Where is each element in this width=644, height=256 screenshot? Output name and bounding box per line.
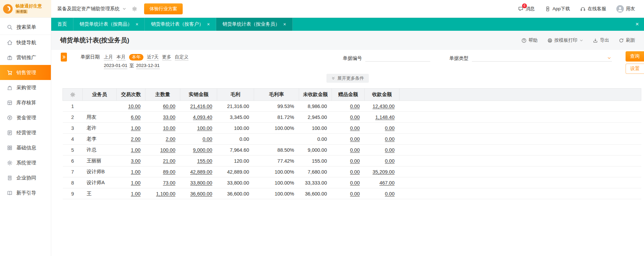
drilldown-link[interactable]: 0.00	[350, 158, 360, 164]
column-settings-icon[interactable]	[70, 92, 75, 97]
date-option-last-month[interactable]: 上月	[104, 54, 113, 60]
drilldown-link[interactable]: 0.00	[350, 147, 360, 153]
sidebar-item-quick-nav[interactable]: 快捷导航	[0, 35, 51, 50]
messages-button[interactable]: 6 消息	[518, 6, 535, 12]
date-option-this-year[interactable]: 本年	[129, 54, 143, 60]
drilldown-link[interactable]: 0.00	[350, 104, 360, 109]
drilldown-link[interactable]: 0.00	[350, 191, 360, 197]
drilldown-link[interactable]: 0.00	[385, 158, 394, 164]
sidebar-item-purchase[interactable]: 采购管理	[0, 80, 51, 95]
print-by-template-button[interactable]: 按模板打印	[547, 37, 584, 43]
drilldown-link[interactable]: 9,000.00	[193, 147, 212, 153]
drilldown-link[interactable]: 4,093.40	[193, 114, 212, 120]
drilldown-link[interactable]: 42,889.00	[190, 169, 212, 175]
drilldown-link[interactable]: 3.00	[131, 158, 140, 164]
logo[interactable]: 畅捷通好生意 标准版	[0, 0, 51, 17]
drilldown-link[interactable]: 100.00	[160, 147, 175, 153]
drilldown-link[interactable]: 0.00	[385, 147, 394, 153]
drilldown-link[interactable]: 21.00	[163, 158, 175, 164]
drilldown-link[interactable]: 0.00	[385, 136, 394, 142]
gross-profit-cell: 3,345.00	[217, 112, 254, 123]
drilldown-link[interactable]: 73.00	[163, 180, 175, 186]
doc-no-input[interactable]	[365, 54, 430, 62]
drilldown-link[interactable]: 1,100.00	[156, 191, 175, 197]
expand-more-button[interactable]: 展开更多条件	[326, 74, 369, 83]
sidebar-item-collaboration[interactable]: 企业协同	[0, 170, 51, 185]
drilldown-link[interactable]: 0.00	[350, 114, 360, 120]
drilldown-link[interactable]: 21,416.00	[190, 104, 212, 109]
date-option-last-7-days[interactable]: 近7天	[147, 54, 159, 60]
drilldown-link[interactable]: 12,430.00	[373, 104, 395, 109]
salesperson-cell: 许总	[83, 145, 117, 156]
date-option-more[interactable]: 更多	[162, 54, 171, 60]
help-button[interactable]: 帮助	[521, 37, 538, 43]
drilldown-link[interactable]: 10.00	[128, 104, 140, 109]
salesperson-cell: 用友	[83, 112, 117, 123]
received-amount-cell: 0.00	[365, 156, 400, 166]
sidebar-item-marketing[interactable]: 营销推广	[0, 50, 51, 65]
drilldown-link[interactable]: 2.00	[131, 136, 140, 142]
drilldown-link[interactable]: 1.00	[131, 147, 140, 153]
drilldown-link[interactable]: 36,600.00	[190, 191, 212, 197]
tab-sales-by-salesperson[interactable]: 销货单统计表（按业务员） ×	[216, 18, 292, 31]
refresh-button[interactable]: 刷新	[619, 37, 635, 43]
trial-button[interactable]: 体验行业方案	[144, 3, 183, 14]
drilldown-link[interactable]: 35,209.00	[373, 169, 395, 175]
sidebar-item-inventory[interactable]: 库存核算	[0, 95, 51, 110]
drilldown-link[interactable]: 10.00	[163, 125, 175, 131]
filter-settings-button[interactable]: 设置	[626, 64, 644, 74]
close-all-tabs-icon[interactable]: ×	[630, 18, 644, 31]
export-button[interactable]: 导出	[593, 37, 609, 43]
export-icon	[593, 38, 598, 43]
app-download-button[interactable]: App下载	[545, 6, 570, 12]
drilldown-link[interactable]: 155.00	[197, 158, 212, 164]
drilldown-link[interactable]: 2.00	[166, 136, 175, 142]
drilldown-link[interactable]: 1.00	[131, 125, 140, 131]
drilldown-link[interactable]: 1,148.40	[375, 114, 394, 120]
drilldown-link[interactable]: 0.00	[350, 125, 360, 131]
drilldown-link[interactable]: 0.00	[385, 125, 394, 131]
sidebar-item-sales[interactable]: 销售管理	[0, 65, 51, 80]
tab-close-icon[interactable]: ×	[283, 22, 286, 27]
tab-close-icon[interactable]: ×	[207, 22, 210, 27]
drilldown-link[interactable]: 6.00	[131, 114, 140, 120]
date-option-custom[interactable]: 自定义	[175, 54, 189, 60]
drilldown-link[interactable]: 0.00	[385, 191, 394, 197]
tab-sales-by-product[interactable]: 销货单统计表（按商品） ×	[73, 18, 145, 31]
tab-close-icon[interactable]: ×	[136, 22, 138, 27]
drilldown-link[interactable]: 33,800.00	[190, 180, 212, 186]
system-select[interactable]: 装备及固定资产辅助管理系统	[57, 6, 126, 12]
tab-home[interactable]: 首页	[51, 18, 73, 31]
date-start-input[interactable]: 2023-01-01	[104, 63, 127, 69]
drilldown-link[interactable]: 1.00	[131, 180, 140, 186]
sidebar-item-base-info[interactable]: 基础信息	[0, 140, 51, 155]
drilldown-link[interactable]: 467.00	[379, 180, 394, 186]
sidebar-item-guide[interactable]: 新手引导	[0, 185, 51, 200]
tab-sales-by-customer[interactable]: 销货单统计表（按客户） ×	[145, 18, 216, 31]
drilldown-link[interactable]: 100.00	[197, 125, 212, 131]
sales-amount-cell: 33,800.00	[180, 177, 217, 188]
online-service-button[interactable]: 在线客服	[580, 6, 606, 12]
doc-type-select[interactable]	[472, 54, 612, 62]
drilldown-link[interactable]: 60.00	[163, 104, 175, 109]
drilldown-link[interactable]: 89.00	[163, 169, 175, 175]
sales-amount-cell: 42,889.00	[180, 166, 217, 177]
sidebar-item-operations[interactable]: 经营管理	[0, 125, 51, 140]
drilldown-link[interactable]: 0.00	[350, 136, 360, 142]
drilldown-link[interactable]: 1.00	[131, 169, 140, 175]
user-menu[interactable]: 用友	[616, 5, 635, 13]
query-button[interactable]: 查询	[626, 51, 644, 62]
drilldown-link[interactable]: 33.00	[163, 114, 175, 120]
collapse-filter-button[interactable]	[61, 53, 67, 62]
settings-gear-icon[interactable]	[132, 6, 137, 12]
date-option-this-month[interactable]: 本月	[116, 54, 126, 60]
drilldown-link[interactable]: 0.00	[350, 180, 360, 186]
double-chevron-down-icon	[331, 76, 335, 80]
drilldown-link[interactable]: 0.00	[350, 169, 360, 175]
date-end-input[interactable]: 2023-12-31	[136, 63, 160, 69]
sidebar-item-funds[interactable]: 资金管理	[0, 110, 51, 125]
drilldown-link[interactable]: 0.00	[202, 136, 212, 142]
drilldown-link[interactable]: 1.00	[131, 191, 140, 197]
sidebar-item-search-menu[interactable]: 搜索菜单	[0, 20, 51, 35]
sidebar-item-system[interactable]: 系统管理	[0, 155, 51, 170]
